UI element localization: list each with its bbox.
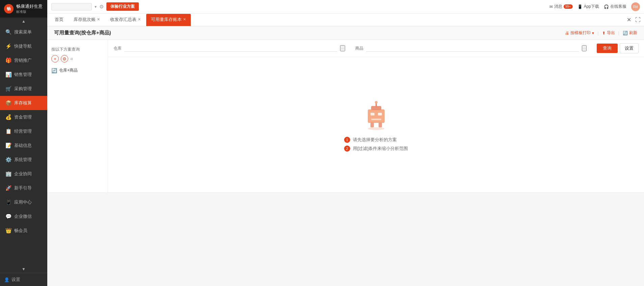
sidebar-item-apps[interactable]: 📱应用中心 <box>0 195 47 209</box>
app-download-btn[interactable]: 📱 App下载 <box>577 4 599 9</box>
warehouse-dots-button[interactable]: ··· <box>340 45 345 51</box>
close-window-button[interactable]: ✕ <box>626 16 632 24</box>
tab-available[interactable]: 可用量库存账本✕ <box>146 14 191 26</box>
tab-label-batch: 库存批次账 <box>74 17 96 23</box>
query-button[interactable]: 查询 <box>597 44 618 53</box>
warehouse-input[interactable] <box>124 45 337 52</box>
sidebar-item-label-system: 系统管理 <box>14 157 32 163</box>
sidebar-item-label-shortcuts: 快捷导航 <box>14 43 32 49</box>
tab-home[interactable]: 首页 <box>50 14 68 26</box>
refresh-button[interactable]: 🔄 刷新 <box>623 30 637 36</box>
export-icon: ⬆ <box>602 31 606 35</box>
sidebar-item-search[interactable]: 🔍搜索菜单 <box>0 25 47 39</box>
close-tab-available-icon[interactable]: ✕ <box>183 17 186 22</box>
scheme-settings-button[interactable]: ⚙ <box>61 55 68 62</box>
scheme-sidebar: 按以下方案查询 + ⚙ « 🔄 仓库+商品 <box>47 40 108 192</box>
close-tab-batch-icon[interactable]: ✕ <box>97 17 100 22</box>
sidebar-item-wechat[interactable]: 💬企业微信 <box>0 209 47 224</box>
content-layout: 按以下方案查询 + ⚙ « 🔄 仓库+商品 仓库 <box>47 40 644 192</box>
sidebar-item-member[interactable]: 👑畅会员 <box>0 224 47 238</box>
sidebar-item-purchase[interactable]: 🛒采购管理 <box>0 82 47 96</box>
goods-dots-button[interactable]: ··· <box>582 45 587 51</box>
onboard-icon: 🚀 <box>5 185 11 191</box>
close-tab-summary-icon[interactable]: ✕ <box>138 17 141 22</box>
tip-num-1: 1 <box>344 137 350 143</box>
maximize-window-button[interactable]: ⛶ <box>635 16 641 24</box>
online-service-btn[interactable]: 🎧 在线客服 <box>604 4 626 9</box>
gear-icon[interactable]: ⚙ <box>99 4 104 10</box>
filter-label: 按以下方案查询 <box>51 47 80 52</box>
member-icon: 👑 <box>5 228 11 234</box>
filter-controls-row: + ⚙ « <box>47 55 108 65</box>
tab-batch[interactable]: 库存批次账✕ <box>69 14 105 26</box>
tab-summary[interactable]: 收发存汇总表✕ <box>105 14 146 26</box>
sidebar-item-label-apps: 应用中心 <box>14 199 32 205</box>
industry-solution-button[interactable]: 体验行业方案 <box>106 2 139 11</box>
message-btn[interactable]: ✉ 消息 99+ <box>549 4 573 9</box>
sidebar: 畅 畅康通好生意 标准版 ▲ 🔍搜索菜单⚡快捷导航🎁营销推广📊销售管理🛒采购管理… <box>0 0 47 286</box>
svg-point-6 <box>375 101 378 104</box>
sidebar-main-title: 畅康通好生意 <box>16 4 43 9</box>
empty-state: 1 请先选择要分析的方案 2 用[过滤]条件来缩小分析范围 <box>108 57 644 192</box>
goods-input[interactable] <box>366 45 579 52</box>
sidebar-item-inventory[interactable]: 📦库存核算 <box>0 96 47 110</box>
sidebar-item-label-member: 畅会员 <box>14 228 27 234</box>
search-icon: 🔍 <box>5 29 11 35</box>
system-icon: ⚙️ <box>5 157 11 163</box>
svg-rect-2 <box>378 113 382 115</box>
mobile-icon: 📱 <box>577 4 583 9</box>
sidebar-item-label-enterprise: 企业协同 <box>14 171 32 177</box>
sidebar-footer[interactable]: 👤 设置 <box>0 273 47 286</box>
collapse-button[interactable]: « <box>70 56 73 62</box>
sidebar-scroll-up[interactable]: ▲ <box>0 18 47 25</box>
scheme-entry-label: 仓库+商品 <box>59 68 78 73</box>
message-label: 消息 <box>554 4 562 9</box>
goods-label: 商品 <box>355 46 363 51</box>
sidebar-item-label-operations: 经营管理 <box>14 128 32 134</box>
sidebar-item-label-sales: 销售管理 <box>14 72 32 78</box>
sidebar-item-system[interactable]: ⚙️系统管理 <box>0 153 47 167</box>
add-scheme-button[interactable]: + <box>51 55 59 62</box>
search-input[interactable] <box>51 3 92 10</box>
sidebar-item-label-search: 搜索菜单 <box>14 29 32 35</box>
sidebar-scroll-down[interactable]: ▼ <box>0 265 47 273</box>
sidebar-title-block: 畅康通好生意 标准版 <box>16 4 43 14</box>
tab-bar: 首页库存批次账✕收发存汇总表✕可用量库存账本✕ ✕ ⛶ <box>47 14 644 26</box>
chevron-down-icon: ▾ <box>95 4 97 9</box>
data-area: 仓库 ··· 商品 ··· 查询 设置 <box>108 40 644 192</box>
service-icon: 🎧 <box>604 4 609 9</box>
logo-icon: 畅 <box>4 4 14 14</box>
svg-rect-0 <box>368 109 385 123</box>
avatar[interactable]: Rit <box>631 2 640 11</box>
user-name: Rit <box>633 5 638 9</box>
message-icon: ✉ <box>549 4 553 9</box>
operations-icon: 📋 <box>5 128 11 134</box>
refresh-icon: 🔄 <box>623 31 628 35</box>
sidebar-item-sales[interactable]: 📊销售管理 <box>0 68 47 82</box>
page-content: 可用量查询(按仓库+商品) 🖨 按模板打印 ▾ | ⬆ 导出 | 🔄 刷新 <box>47 26 644 286</box>
basic-icon: 📝 <box>5 142 11 149</box>
sidebar-item-shortcuts[interactable]: ⚡快捷导航 <box>0 39 47 53</box>
sidebar-item-marketing[interactable]: 🎁营销推广 <box>0 53 47 68</box>
scheme-entry-warehouse-goods[interactable]: 🔄 仓库+商品 <box>47 65 108 76</box>
column-settings-button[interactable]: 设置 <box>620 43 639 53</box>
export-button[interactable]: ⬆ 导出 <box>602 30 615 36</box>
sidebar-item-label-basic: 基础信息 <box>14 142 32 149</box>
goods-field: 商品 ··· <box>355 45 587 52</box>
sidebar-item-finance[interactable]: 💰资金管理 <box>0 110 47 124</box>
tip-item-2: 2 用[过滤]条件来缩小分析范围 <box>344 146 408 152</box>
empty-tips: 1 请先选择要分析的方案 2 用[过滤]条件来缩小分析范围 <box>344 137 408 152</box>
page-title: 可用量查询(按仓库+商品) <box>54 30 111 36</box>
sidebar-item-basic[interactable]: 📝基础信息 <box>0 138 47 153</box>
sidebar-item-label-marketing: 营销推广 <box>14 57 32 63</box>
sidebar-subtitle: 标准版 <box>16 9 43 14</box>
sidebar-item-enterprise[interactable]: 🏢企业协同 <box>0 167 47 181</box>
sidebar-item-onboard[interactable]: 🚀新手引导 <box>0 181 47 195</box>
sidebar-item-label-finance: 资金管理 <box>14 114 32 120</box>
sidebar-item-operations[interactable]: 📋经营管理 <box>0 124 47 138</box>
print-button[interactable]: 🖨 按模板打印 ▾ <box>565 30 594 36</box>
empty-illustration <box>359 98 393 131</box>
sidebar-item-label-inventory: 库存核算 <box>14 100 32 106</box>
field-row: 仓库 ··· 商品 ··· 查询 设置 <box>108 40 644 57</box>
warehouse-field: 仓库 ··· <box>113 45 345 52</box>
